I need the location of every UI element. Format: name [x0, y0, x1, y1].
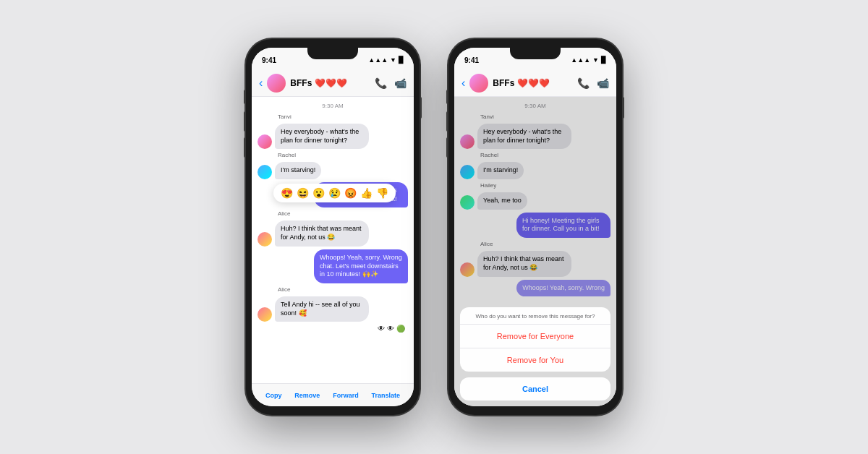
left-screen: 9:41 ▲▲▲ ▼ ▉ ‹ BFFs ❤️❤️❤️ 📞 📹 9:30 AM T… [252, 48, 414, 406]
wifi-icon-right: ▼ [592, 56, 599, 64]
sender-rachel: Rachel [278, 152, 408, 158]
group-avatar-right [469, 74, 488, 93]
back-button[interactable]: ‹ [259, 77, 263, 90]
sender-tanvi: Tanvi [278, 113, 408, 120]
right-screen: 9:41 ▲▲▲ ▼ ▉ ‹ BFFs ❤️❤️❤️ 📞 📹 9:30 AM T… [454, 48, 616, 406]
video-icon[interactable]: 📹 [394, 77, 407, 89]
message-row: Huh? I think that was meant for Andy, no… [258, 220, 408, 246]
bubble[interactable]: Hey everybody - what's the plan for dinn… [275, 124, 369, 149]
action-sheet: Who do you want to remove this message f… [460, 307, 610, 372]
message-row: I'm starving! [258, 162, 408, 179]
emoji-laugh[interactable]: 😆 [297, 187, 309, 199]
silent-button [244, 90, 246, 104]
nav-bar: ‹ BFFs ❤️❤️❤️ 📞 📹 [252, 69, 414, 97]
remove-button[interactable]: Remove [294, 392, 320, 399]
nav-bar-right: ‹ BFFs ❤️❤️❤️ 📞 📹 [454, 69, 616, 97]
volume-up-button [244, 111, 246, 132]
translate-button[interactable]: Translate [372, 392, 401, 399]
status-icons: ▲▲▲ ▼ ▉ [368, 56, 404, 64]
chat-title: BFFs ❤️❤️❤️ [290, 78, 370, 88]
avatar-tanvi [258, 134, 272, 149]
group-avatar [267, 74, 286, 93]
emoji-reaction-bar[interactable]: 😍 😆 😮 😢 😡 👍 👎 [273, 184, 396, 202]
battery-icon-right: ▉ [601, 56, 606, 64]
phone-icon-right[interactable]: 📞 [577, 77, 590, 89]
phone-icon[interactable]: 📞 [375, 77, 387, 89]
signal-icon: ▲▲▲ [368, 56, 388, 64]
status-time-right: 9:41 [464, 56, 479, 64]
wifi-icon: ▼ [390, 56, 396, 64]
left-phone: 9:41 ▲▲▲ ▼ ▉ ‹ BFFs ❤️❤️❤️ 📞 📹 9:30 AM T… [246, 39, 420, 415]
nav-action-icons-right: 📞 📹 [577, 77, 609, 89]
video-icon-right[interactable]: 📹 [597, 77, 609, 89]
emoji-heart-eyes[interactable]: 😍 [281, 187, 293, 199]
right-phone: 9:41 ▲▲▲ ▼ ▉ ‹ BFFs ❤️❤️❤️ 📞 📹 9:30 AM T… [448, 39, 622, 415]
bottom-action-bar: Copy Remove Forward Translate [252, 383, 414, 406]
volume-down-button-right [446, 137, 448, 158]
remove-for-you-button[interactable]: Remove for You [460, 348, 610, 372]
emoji-thumbs-down[interactable]: 👎 [376, 187, 388, 199]
copy-button[interactable]: Copy [265, 392, 282, 399]
back-button-right[interactable]: ‹ [461, 77, 465, 90]
notch [307, 48, 358, 59]
message-row: Tell Andy hi -- see all of you soon! 🥰 [258, 296, 408, 322]
power-button [420, 97, 422, 119]
emoji-sad[interactable]: 😢 [328, 187, 341, 199]
chat-title-right: BFFs ❤️❤️❤️ [493, 78, 573, 88]
message-row: Hey everybody - what's the plan for dinn… [258, 124, 408, 149]
forward-button[interactable]: Forward [333, 392, 359, 399]
avatar-rachel [258, 165, 272, 179]
message-status-icons: 👁 👁 🟢 [258, 325, 405, 333]
avatar-alice-2 [258, 307, 272, 322]
action-sheet-overlay: Who do you want to remove this message f… [454, 97, 616, 406]
sender-alice-2: Alice [278, 286, 408, 293]
avatar-alice [258, 232, 272, 247]
sender-alice: Alice [278, 210, 408, 217]
chat-area: 9:30 AM Tanvi Hey everybody - what's the… [252, 97, 414, 383]
bubble[interactable]: Huh? I think that was meant for Andy, no… [275, 220, 369, 246]
remove-everyone-button[interactable]: Remove for Everyone [460, 325, 610, 348]
notch-right [510, 48, 561, 59]
outgoing-bubble[interactable]: Whoops! Yeah, sorry. Wrong chat. Let's m… [314, 249, 408, 283]
battery-icon: ▉ [399, 56, 404, 64]
emoji-wow[interactable]: 😮 [312, 187, 325, 199]
status-icons-right: ▲▲▲ ▼ ▉ [571, 56, 606, 64]
timestamp: 9:30 AM [258, 103, 408, 109]
bubble[interactable]: Tell Andy hi -- see all of you soon! 🥰 [275, 296, 369, 322]
power-button-right [622, 97, 624, 119]
signal-icon-right: ▲▲▲ [571, 56, 590, 64]
message-row-outgoing: Whoops! Yeah, sorry. Wrong chat. Let's m… [258, 249, 408, 283]
silent-button-right [446, 90, 448, 104]
bubble[interactable]: I'm starving! [275, 162, 321, 179]
status-time: 9:41 [262, 56, 276, 64]
nav-action-icons: 📞 📹 [375, 77, 407, 89]
action-sheet-title: Who do you want to remove this message f… [460, 307, 610, 325]
chat-area-right: 9:30 AM Tanvi Hey everybody - what's the… [454, 97, 616, 406]
volume-up-button-right [446, 111, 448, 132]
emoji-thumbs-up[interactable]: 👍 [360, 187, 373, 199]
volume-down-button [244, 137, 246, 158]
emoji-angry[interactable]: 😡 [344, 187, 357, 199]
cancel-button[interactable]: Cancel [460, 377, 610, 401]
